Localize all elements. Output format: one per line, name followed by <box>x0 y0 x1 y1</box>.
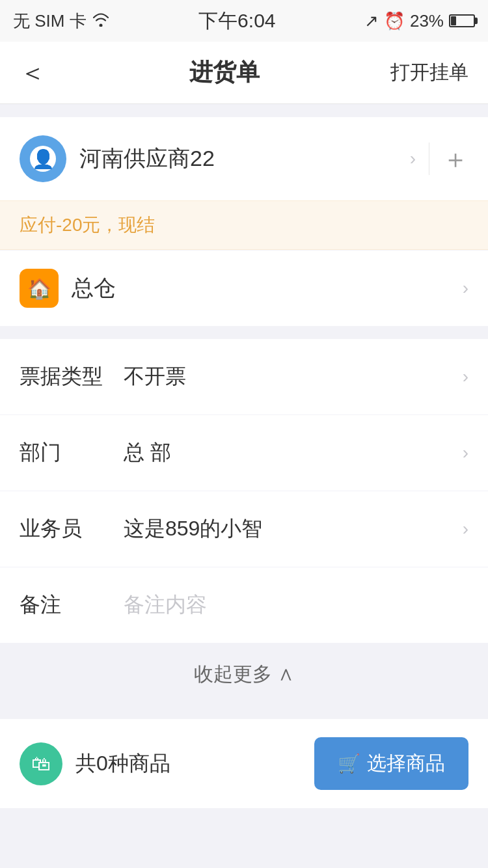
shopping-bag-icon: 🛍 <box>31 753 51 775</box>
salesperson-label: 业务员 <box>20 515 111 543</box>
add-supplier-button[interactable]: ＋ <box>442 141 468 177</box>
collapse-label: 收起更多 ∧ <box>194 661 293 688</box>
collapse-button[interactable]: 收起更多 ∧ <box>0 643 488 706</box>
dept-label: 部门 <box>20 439 111 467</box>
salesperson-value: 这是859的小智 <box>124 515 463 543</box>
carrier-text: 无 SIM 卡 <box>13 10 87 33</box>
chevron-right-icon: › <box>410 148 416 169</box>
remark-row[interactable]: 备注 备注内容 <box>0 567 488 643</box>
nav-bar: ＜ 进货单 打开挂单 <box>0 42 488 104</box>
warehouse-row[interactable]: 🏠 总仓 › <box>0 250 488 326</box>
top-divider <box>0 104 488 117</box>
products-bar: 🛍 共0种商品 🛒 选择商品 <box>0 719 488 808</box>
products-icon-wrap: 🛍 <box>20 742 62 785</box>
form-section: 票据类型 不开票 › 部门 总 部 › 业务员 这是859的小智 › 备注 备注… <box>0 339 488 643</box>
page-title: 进货单 <box>189 57 260 88</box>
dept-value: 总 部 <box>124 439 463 467</box>
warehouse-chevron-icon: › <box>463 278 468 299</box>
status-bar: 无 SIM 卡 下午6:04 ↗ ⏰ 23% <box>0 0 488 42</box>
person-icon: 👤 <box>32 148 55 170</box>
remark-label: 备注 <box>20 591 111 619</box>
salesperson-row[interactable]: 业务员 这是859的小智 › <box>0 491 488 567</box>
products-count: 共0种商品 <box>75 750 170 778</box>
notice-text: 应付-20元，现结 <box>20 215 155 235</box>
notice-banner: 应付-20元，现结 <box>0 200 488 250</box>
battery-icon <box>449 14 475 27</box>
alarm-icon: ⏰ <box>384 11 405 31</box>
avatar: 👤 <box>20 135 66 182</box>
invoice-chevron-icon: › <box>463 366 468 387</box>
warehouse-name: 总仓 <box>72 273 463 303</box>
open-pending-button[interactable]: 打开挂单 <box>390 59 468 86</box>
select-product-button[interactable]: 🛒 选择商品 <box>314 737 468 790</box>
wifi-icon <box>92 11 110 31</box>
products-left: 🛍 共0种商品 <box>20 742 170 785</box>
status-right: ↗ ⏰ 23% <box>364 11 475 31</box>
status-left: 无 SIM 卡 <box>13 10 110 33</box>
warehouse-icon: 🏠 <box>27 277 51 300</box>
invoice-row[interactable]: 票据类型 不开票 › <box>0 339 488 415</box>
remark-input[interactable]: 备注内容 <box>124 591 468 619</box>
bottom-space <box>0 808 488 868</box>
back-button[interactable]: ＜ <box>20 55 59 90</box>
dept-chevron-icon: › <box>463 442 468 463</box>
select-btn-label: 选择商品 <box>367 750 445 777</box>
dept-row[interactable]: 部门 总 部 › <box>0 415 488 491</box>
status-time: 下午6:04 <box>198 8 275 34</box>
supplier-name: 河南供应商22 <box>79 144 410 174</box>
warehouse-icon-wrap: 🏠 <box>20 269 59 308</box>
battery-percent: 23% <box>410 11 444 31</box>
salesperson-chevron-icon: › <box>463 519 468 539</box>
location-icon: ↗ <box>364 11 379 31</box>
supplier-row[interactable]: 👤 河南供应商22 › ＋ <box>0 117 488 200</box>
supplier-section: 👤 河南供应商22 › ＋ 应付-20元，现结 🏠 总仓 › <box>0 117 488 326</box>
invoice-label: 票据类型 <box>20 362 111 391</box>
invoice-value: 不开票 <box>124 362 463 391</box>
cart-icon: 🛒 <box>338 753 360 774</box>
vertical-divider <box>429 142 429 175</box>
